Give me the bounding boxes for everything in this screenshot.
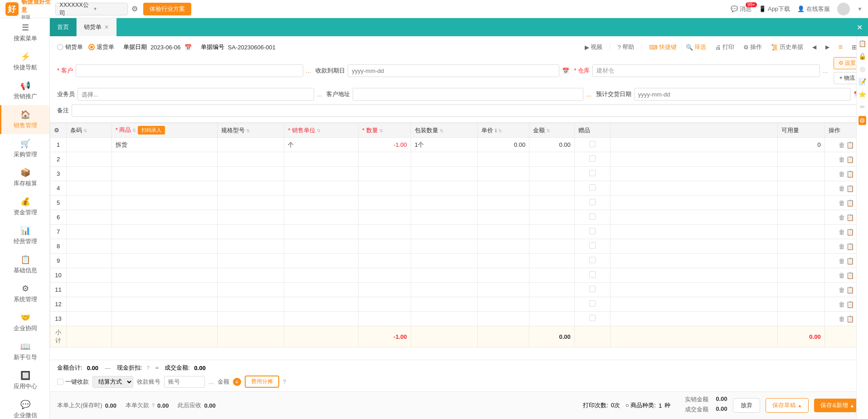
row-pkgqty[interactable]: [411, 152, 478, 167]
right-icon-4[interactable]: 📝: [858, 78, 866, 85]
expense-help-icon[interactable]: ?: [283, 378, 286, 385]
row-goods[interactable]: [112, 196, 217, 210]
row-unit[interactable]: [284, 196, 359, 210]
row-amount[interactable]: [529, 254, 575, 268]
row-notes[interactable]: [611, 312, 778, 326]
row-delete-button[interactable]: 🗑: [839, 214, 845, 221]
row-qty[interactable]: [359, 152, 411, 167]
row-spec[interactable]: [217, 312, 284, 326]
row-amount[interactable]: [529, 297, 575, 312]
gift-checkbox[interactable]: [589, 141, 596, 147]
row-goods[interactable]: [112, 239, 217, 254]
row-goods[interactable]: [112, 181, 217, 196]
row-gift[interactable]: [574, 297, 610, 312]
row-barcode[interactable]: [67, 181, 112, 196]
toolbar-print[interactable]: 🖨 打印: [712, 42, 738, 53]
row-price[interactable]: [478, 268, 529, 283]
sidebar-item-sales[interactable]: 🏠 销售管理: [0, 105, 49, 134]
toolbar-help[interactable]: ? 帮助: [614, 42, 637, 53]
row-pkgqty[interactable]: [411, 196, 478, 210]
due-date-input[interactable]: [348, 64, 559, 77]
row-spec[interactable]: [217, 254, 284, 268]
row-delete-button[interactable]: 🗑: [839, 315, 845, 323]
row-gift[interactable]: [574, 254, 610, 268]
row-spec[interactable]: [217, 239, 284, 254]
gift-checkbox[interactable]: [589, 213, 596, 220]
row-price[interactable]: [478, 196, 529, 210]
gift-checkbox[interactable]: [589, 170, 596, 176]
warehouse-ellipsis[interactable]: ...: [823, 67, 828, 74]
row-notes[interactable]: [611, 254, 778, 268]
row-copy-button[interactable]: 📋: [846, 156, 854, 163]
row-price[interactable]: 0.00: [478, 138, 529, 152]
row-delete-button[interactable]: 🗑: [839, 156, 845, 163]
row-spec[interactable]: [217, 297, 284, 312]
row-unit[interactable]: [284, 268, 359, 283]
row-amount[interactable]: [529, 239, 575, 254]
company-settings-icon[interactable]: ⚙: [131, 5, 138, 13]
row-unit[interactable]: [284, 181, 359, 196]
row-delete-button[interactable]: 🗑: [839, 257, 845, 265]
row-unit[interactable]: [284, 210, 359, 225]
row-barcode[interactable]: [67, 225, 112, 239]
row-price[interactable]: [478, 297, 529, 312]
row-notes[interactable]: [611, 239, 778, 254]
row-delete-button[interactable]: 🗑: [839, 301, 845, 308]
row-gift[interactable]: [574, 181, 610, 196]
tab-close-icon[interactable]: ✕: [104, 24, 109, 30]
gift-checkbox[interactable]: [589, 300, 596, 307]
row-pkgqty[interactable]: [411, 312, 478, 326]
row-copy-button[interactable]: 📋: [846, 301, 854, 308]
row-spec[interactable]: [217, 181, 284, 196]
row-goods[interactable]: [112, 268, 217, 283]
tab-home[interactable]: 首页: [50, 18, 77, 36]
row-gift[interactable]: [574, 152, 610, 167]
company-selector[interactable]: XXXXXX公司 ▼: [55, 3, 128, 15]
row-copy-button[interactable]: 📋: [846, 199, 854, 207]
toolbar-next[interactable]: ▶: [822, 43, 833, 52]
row-goods[interactable]: [112, 254, 217, 268]
col-settings-header[interactable]: ⚙: [50, 123, 67, 138]
row-spec[interactable]: [217, 152, 284, 167]
row-qty[interactable]: [359, 167, 411, 181]
row-delete-button[interactable]: 🗑: [839, 243, 845, 250]
row-barcode[interactable]: [67, 152, 112, 167]
row-gift[interactable]: [574, 210, 610, 225]
row-gift[interactable]: [574, 225, 610, 239]
row-barcode[interactable]: [67, 297, 112, 312]
row-qty[interactable]: [359, 239, 411, 254]
row-delete-button[interactable]: 🗑: [839, 286, 845, 294]
row-copy-button[interactable]: 📋: [846, 257, 854, 265]
row-copy-button[interactable]: 📋: [846, 286, 854, 294]
row-delete-button[interactable]: 🗑: [839, 170, 845, 178]
row-goods[interactable]: [112, 210, 217, 225]
sidebar-item-operations[interactable]: 📊 经营管理: [0, 221, 49, 250]
gift-checkbox[interactable]: [589, 184, 596, 191]
right-icon-6[interactable]: ✏: [860, 103, 865, 111]
row-delete-button[interactable]: 🗑: [839, 185, 845, 192]
row-amount[interactable]: [529, 167, 575, 181]
row-pkgqty[interactable]: [411, 268, 478, 283]
sidebar-item-purchase[interactable]: 🛒 采购管理: [0, 134, 49, 163]
customer-addr-input[interactable]: [353, 88, 583, 101]
row-delete-button[interactable]: 🗑: [839, 272, 845, 279]
row-amount[interactable]: [529, 181, 575, 196]
gift-checkbox[interactable]: [589, 155, 596, 162]
toolbar-prev[interactable]: ◀: [809, 43, 820, 52]
row-notes[interactable]: [611, 210, 778, 225]
row-delete-button[interactable]: 🗑: [839, 141, 845, 149]
calc-method-select[interactable]: 结算方式: [92, 376, 133, 388]
row-unit[interactable]: [284, 152, 359, 167]
customer-input[interactable]: [76, 64, 303, 77]
gift-checkbox[interactable]: [589, 271, 596, 278]
row-price[interactable]: [478, 181, 529, 196]
account-ellipsis[interactable]: ...: [209, 378, 214, 385]
row-barcode[interactable]: [67, 312, 112, 326]
row-goods[interactable]: [112, 167, 217, 181]
row-pkgqty[interactable]: [411, 283, 478, 297]
row-unit[interactable]: [284, 312, 359, 326]
discount-info-icon[interactable]: ?: [147, 365, 150, 371]
row-spec[interactable]: [217, 268, 284, 283]
row-spec[interactable]: [217, 167, 284, 181]
sidebar-item-system[interactable]: ⚙ 系统管理: [0, 279, 49, 308]
